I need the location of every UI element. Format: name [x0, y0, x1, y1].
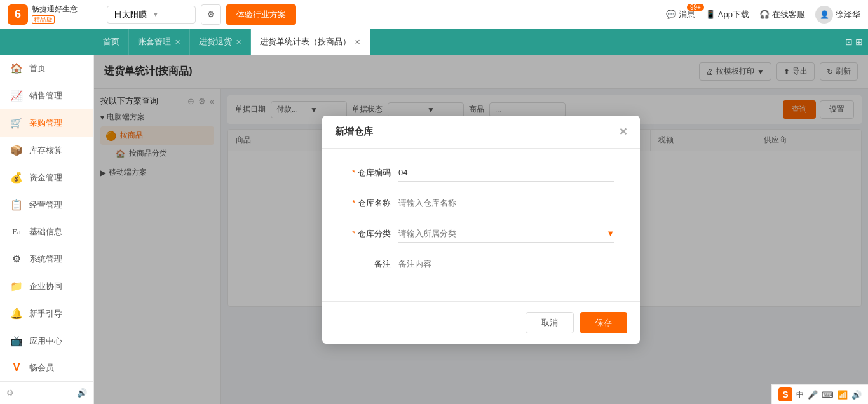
sidebar-item-system[interactable]: ⚙ 系统管理: [0, 245, 93, 273]
warehouse-code-input[interactable]: [398, 164, 614, 182]
avatar: 👤: [815, 6, 833, 24]
user-profile-button[interactable]: 👤 徐泽华: [815, 6, 860, 24]
system-icon: ⚙: [10, 253, 23, 265]
settings-gear-button[interactable]: ⚙: [201, 4, 221, 25]
bottom-right-bar: S 中 🎤 ⌨ 📶 🔊: [771, 384, 868, 404]
tab-bar: 首页 账套管理 ✕ 进货退货 ✕ 进货单统计表（按商品） ✕ ⊡ ⊞: [0, 29, 868, 55]
modal-header: 新增仓库 ✕: [322, 116, 640, 149]
modal-close-button[interactable]: ✕: [619, 126, 627, 138]
category-chevron-icon: ▼: [606, 229, 614, 238]
save-button[interactable]: 保存: [580, 312, 627, 333]
basic-info-icon: Ea: [10, 227, 23, 237]
modal-overlay[interactable]: 新增仓库 ✕ 仓库编码 仓库名称: [94, 55, 868, 404]
tab-purchase-stats[interactable]: 进货单统计表（按商品） ✕: [251, 29, 370, 55]
app-logo-icon: 6: [8, 4, 28, 25]
sidebar-settings-icon[interactable]: ⚙: [6, 388, 14, 398]
sidebar-item-member[interactable]: V 畅会员: [0, 354, 93, 381]
warehouse-category-select[interactable]: ▼: [398, 225, 614, 243]
modal-footer: 取消 保存: [322, 301, 640, 344]
app-download-button[interactable]: 📱 App下载: [705, 9, 749, 20]
warehouse-name-row: 仓库名称: [348, 194, 614, 212]
message-button[interactable]: 💬 消息 99+: [666, 9, 695, 20]
sidebar-item-purchase[interactable]: 🛒 采购管理: [0, 109, 93, 137]
header-right: 💬 消息 99+ 📱 App下载 🎧 在线客服 👤 徐泽华: [666, 6, 860, 24]
warehouse-code-label: 仓库编码: [348, 167, 398, 178]
trial-button[interactable]: 体验行业方案: [226, 4, 296, 25]
enterprise-icon: 📁: [10, 280, 23, 292]
warehouse-category-row: 仓库分类 ▼: [348, 225, 614, 243]
tab-purchase-return[interactable]: 进货退货 ✕: [190, 29, 251, 55]
tab-account[interactable]: 账套管理 ✕: [129, 29, 190, 55]
headset-icon: 🎧: [759, 10, 770, 19]
guide-icon: 🔔: [10, 307, 23, 320]
gear-icon: ⚙: [207, 10, 215, 19]
warehouse-category-label: 仓库分类: [348, 228, 398, 239]
sidebar-item-operations[interactable]: 📋 经营管理: [0, 191, 93, 219]
sidebar-item-basic-info[interactable]: Ea 基础信息: [0, 219, 93, 245]
cancel-button[interactable]: 取消: [526, 312, 574, 333]
store-selector[interactable]: 日太阳膜 ▼: [107, 6, 196, 24]
sidebar-audio-icon[interactable]: 🔊: [77, 388, 87, 398]
logo-area: 6 畅捷通好生意 精品版: [8, 4, 102, 25]
message-badge: 99+: [687, 4, 704, 11]
sidebar-item-guide[interactable]: 🔔 新手引导: [0, 300, 93, 327]
wifi-icon: 📶: [837, 390, 848, 400]
user-icon: 👤: [820, 10, 829, 19]
phone-icon: 📱: [705, 10, 715, 19]
warehouse-category-input[interactable]: [398, 229, 606, 238]
sidebar-item-finance[interactable]: 💰 资金管理: [0, 164, 93, 191]
purchase-icon: 🛒: [10, 117, 23, 129]
sidebar-item-sales[interactable]: 📈 销售管理: [0, 82, 93, 109]
operations-icon: 📋: [10, 199, 23, 211]
tab-home[interactable]: 首页: [94, 29, 129, 55]
tab-restore-icon[interactable]: ⊡: [845, 37, 853, 47]
sidebar-item-inventory[interactable]: 📦 库存核算: [0, 137, 93, 164]
apps-icon: 📺: [10, 335, 23, 347]
remark-row: 备注: [348, 255, 614, 273]
tab-close-icon[interactable]: ✕: [355, 38, 360, 46]
content-area: 进货单统计(按商品) 🖨 按模板打印 ▼ ⬆ 导出 ↻ 刷新: [94, 55, 868, 404]
warehouse-name-label: 仓库名称: [348, 198, 398, 209]
sidebar-item-enterprise[interactable]: 📁 企业协同: [0, 273, 93, 300]
inventory-icon: 📦: [10, 144, 23, 156]
member-icon: V: [10, 362, 23, 374]
sales-icon: 📈: [10, 90, 23, 102]
keyboard-icon[interactable]: ⌨: [822, 390, 834, 400]
tab-close-icon[interactable]: ✕: [236, 38, 241, 46]
volume-icon: 🔊: [851, 390, 862, 400]
sidebar: 🏠 首页 📈 销售管理 🛒 采购管理 📦 库存核算 💰 资金管理 📋 经营管理 …: [0, 55, 94, 404]
warehouse-name-input[interactable]: [398, 194, 614, 212]
modal-title: 新增仓库: [335, 126, 373, 138]
sidebar-item-home[interactable]: 🏠 首页: [0, 55, 93, 82]
warehouse-code-row: 仓库编码: [348, 164, 614, 182]
home-icon: 🏠: [10, 62, 23, 74]
tab-expand-icon[interactable]: ⊞: [855, 37, 863, 47]
logo-text: 畅捷通好生意 精品版: [32, 4, 78, 24]
main-layout: 🏠 首页 📈 销售管理 🛒 采购管理 📦 库存核算 💰 资金管理 📋 经营管理 …: [0, 55, 868, 404]
finance-icon: 💰: [10, 172, 23, 184]
message-icon: 💬: [666, 10, 676, 19]
online-service-button[interactable]: 🎧 在线客服: [759, 9, 805, 20]
new-warehouse-modal: 新增仓库 ✕ 仓库编码 仓库名称: [322, 116, 640, 344]
s-logo: S: [778, 387, 792, 401]
modal-body: 仓库编码 仓库名称 仓库分类: [322, 149, 640, 301]
remark-label: 备注: [348, 259, 398, 270]
top-header: 6 畅捷通好生意 精品版 日太阳膜 ▼ ⚙ 体验行业方案 💬 消息 99+ 📱 …: [0, 0, 868, 29]
tab-close-icon[interactable]: ✕: [175, 38, 180, 46]
bottom-label-chinese: 中: [796, 389, 804, 400]
remark-input[interactable]: [398, 255, 614, 273]
sidebar-item-apps[interactable]: 📺 应用中心: [0, 327, 93, 354]
chevron-down-icon: ▼: [153, 11, 189, 18]
mic-icon[interactable]: 🎤: [808, 390, 818, 400]
